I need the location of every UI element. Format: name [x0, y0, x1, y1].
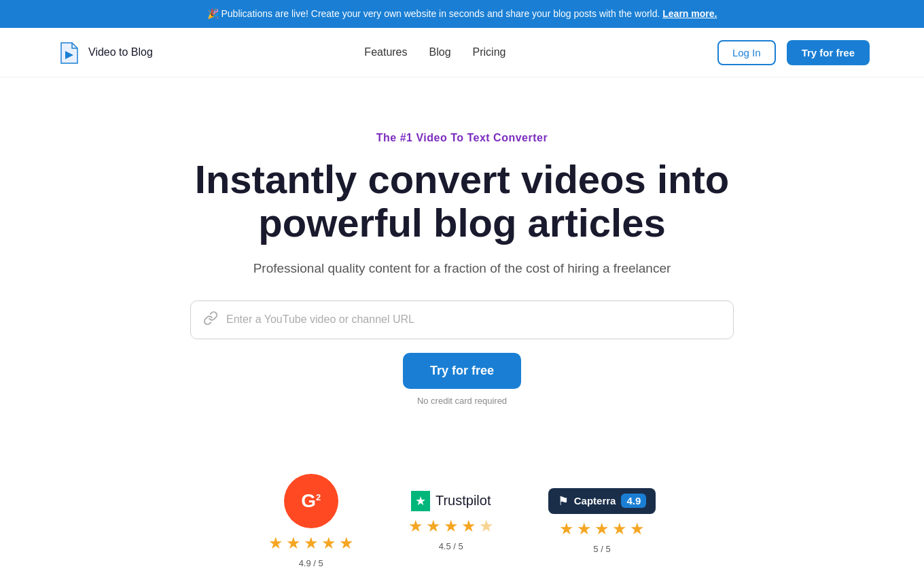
tp-star-3: ★	[444, 517, 459, 536]
trustpilot-label: Trustpilot	[436, 493, 491, 509]
g2-star-5: ★	[339, 534, 354, 553]
capterra-badge: ⚑ Capterra 4.9	[548, 488, 656, 514]
logo-icon	[54, 39, 82, 66]
g2-badge: G2	[284, 474, 338, 528]
trustpilot-icon: ★	[411, 491, 430, 511]
hero-tagline: The #1 Video To Text Converter	[376, 132, 548, 144]
nav-actions: Log In Try for free	[717, 40, 870, 65]
navbar: Video to Blog Features Blog Pricing Log …	[0, 28, 924, 78]
cap-star-5: ★	[630, 519, 645, 538]
g2-star-3: ★	[304, 534, 319, 553]
cap-star-2: ★	[577, 519, 592, 538]
try-for-free-cta-button[interactable]: Try for free	[403, 353, 521, 389]
g2-score: 4.9 / 5	[299, 558, 323, 568]
tp-star-4: ★	[461, 517, 476, 536]
capterra-flag-icon: ⚑	[558, 494, 569, 509]
capterra-rating: ⚑ Capterra 4.9 ★ ★ ★ ★ ★ 5 / 5	[548, 488, 656, 554]
nav-links: Features Blog Pricing	[364, 46, 505, 58]
hero-title: Instantly convert videos into powerful b…	[195, 158, 729, 245]
capterra-label: Capterra	[574, 495, 616, 506]
url-input[interactable]	[226, 313, 721, 326]
url-input-container	[190, 300, 734, 339]
ratings-section: G2 ★ ★ ★ ★ ★ 4.9 / 5 ★ Trustpilot ★ ★ ★ …	[0, 447, 924, 582]
announcement-banner: 🎉 Publications are live! Create your ver…	[0, 0, 924, 28]
try-for-free-nav-button[interactable]: Try for free	[787, 40, 870, 65]
tp-star-5: ★	[479, 517, 494, 536]
g2-logo-text: G2	[301, 492, 321, 511]
trustpilot-logo: ★ Trustpilot	[411, 491, 491, 511]
g2-star-1: ★	[268, 534, 283, 553]
no-credit-card-text: No credit card required	[417, 396, 507, 406]
login-button[interactable]: Log In	[717, 40, 776, 65]
cap-star-4: ★	[612, 519, 627, 538]
nav-features[interactable]: Features	[364, 46, 407, 58]
capterra-score-text: 5 / 5	[593, 544, 610, 554]
logo-link[interactable]: Video to Blog	[54, 39, 153, 66]
nav-pricing[interactable]: Pricing	[473, 46, 506, 58]
logo-text: Video to Blog	[88, 46, 153, 58]
g2-star-2: ★	[286, 534, 301, 553]
trustpilot-score: 4.5 / 5	[439, 541, 463, 551]
capterra-stars: ★ ★ ★ ★ ★	[559, 519, 645, 538]
hero-section: The #1 Video To Text Converter Instantly…	[0, 78, 924, 447]
tp-star-1: ★	[408, 517, 423, 536]
cap-star-1: ★	[559, 519, 574, 538]
g2-stars: ★ ★ ★ ★ ★	[268, 534, 354, 553]
capterra-score-badge: 4.9	[621, 494, 646, 508]
trustpilot-rating: ★ Trustpilot ★ ★ ★ ★ ★ 4.5 / 5	[408, 491, 494, 551]
banner-text: 🎉 Publications are live! Create your ver…	[207, 8, 660, 19]
g2-star-4: ★	[321, 534, 336, 553]
hero-subtitle: Professional quality content for a fract…	[253, 261, 671, 276]
g2-rating: G2 ★ ★ ★ ★ ★ 4.9 / 5	[268, 474, 354, 568]
banner-learn-more-link[interactable]: Learn more.	[662, 8, 717, 19]
tp-star-2: ★	[426, 517, 441, 536]
trustpilot-stars: ★ ★ ★ ★ ★	[408, 517, 494, 536]
link-icon	[203, 311, 218, 329]
nav-blog[interactable]: Blog	[429, 46, 451, 58]
cap-star-3: ★	[594, 519, 609, 538]
